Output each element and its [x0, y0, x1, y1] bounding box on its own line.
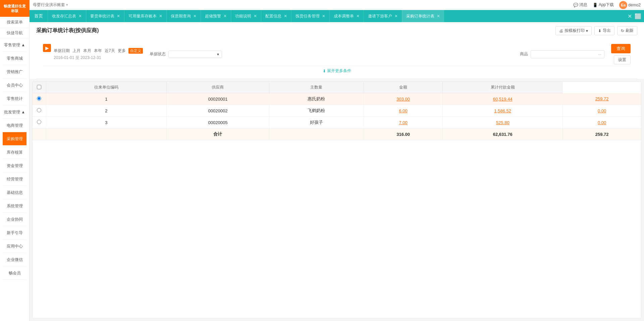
qty-link-0[interactable]: 303.00	[396, 97, 410, 102]
row-qty-2[interactable]: 7.00	[364, 117, 443, 128]
sidebar-item-label-2: 营销推广	[4, 69, 25, 75]
tab-item-3[interactable]: 可用量库存账本✕	[124, 10, 166, 22]
sidebar-item-15[interactable]: 应用中心	[3, 239, 26, 253]
row-paid-2[interactable]: 0.00	[563, 117, 641, 128]
tab-item-5[interactable]: 超储预警✕	[201, 10, 231, 22]
tab-close-7[interactable]: ✕	[284, 14, 287, 18]
sidebar-item-4[interactable]: 零售统计	[3, 92, 26, 105]
close-tab-btn[interactable]: ✕	[628, 13, 632, 19]
tab-item-8[interactable]: 拣货任务管理✕	[291, 10, 329, 22]
qty-link-1[interactable]: 6.00	[399, 108, 407, 113]
row-checkbox-1[interactable]	[33, 105, 46, 117]
sidebar-item-17[interactable]: 畅会员	[3, 266, 26, 280]
tab-close-1[interactable]: ✕	[78, 14, 82, 18]
row-no-2: 3	[46, 117, 167, 128]
row-checkbox-2[interactable]	[33, 117, 46, 128]
row-amount-2[interactable]: 525.80	[443, 117, 563, 128]
shortcut-last7[interactable]: 近7天	[105, 48, 115, 54]
row-paid-0[interactable]: 259.72	[563, 93, 641, 105]
sidebar-item-label-3: 会员中心	[4, 83, 25, 88]
paid-link-0[interactable]: 259.72	[595, 96, 609, 101]
custom-tag: 自定义	[128, 48, 143, 54]
shortcut-more[interactable]: 更多	[118, 48, 126, 54]
print-icon: 🖨	[559, 29, 563, 33]
export-button[interactable]: ⬇ 导出	[594, 26, 614, 35]
sidebar-item-12[interactable]: 系统管理	[3, 199, 26, 213]
app-download-btn[interactable]: 📱 App下载	[593, 2, 614, 8]
tab-item-2[interactable]: 要货单统计表✕	[86, 10, 124, 22]
sidebar-item-9[interactable]: 资金管理	[3, 159, 26, 172]
tab-item-9[interactable]: 成本调整单✕	[329, 10, 364, 22]
sidebar-item-3[interactable]: 会员中心	[3, 78, 26, 92]
select-all-checkbox[interactable]	[37, 85, 41, 89]
status-select[interactable]: ▾	[168, 51, 222, 58]
sidebar-item-7[interactable]: 采购管理	[3, 132, 26, 146]
sidebar-item-10[interactable]: 经营管理	[3, 172, 26, 186]
sidebar-item-0[interactable]: 零售管理 ▲	[3, 38, 26, 52]
sidebar-item-16[interactable]: 企业微信	[3, 253, 26, 266]
tab-item-11[interactable]: 采购订单统计表✕	[402, 10, 444, 22]
qty-link-2[interactable]: 7.00	[399, 120, 407, 125]
tab-close-3[interactable]: ✕	[159, 14, 162, 18]
table-scroll[interactable]: 往来单位编码供应商主数量金额累计付款金额 100020001惠氏奶粉303.00…	[33, 82, 641, 318]
user-menu[interactable]: Ea demo2	[619, 1, 641, 9]
sidebar-item-label-6: 电商管理	[4, 123, 25, 128]
tab-close-10[interactable]: ✕	[394, 14, 398, 18]
table-row[interactable]: 100020001惠氏奶粉303.0060,519.44259.72	[33, 93, 641, 105]
tab-close-2[interactable]: ✕	[117, 14, 120, 18]
query-button[interactable]: 查询	[611, 44, 631, 53]
sidebar-item-14[interactable]: 新手引导	[3, 226, 26, 239]
paid-link-1[interactable]: 0.00	[598, 108, 606, 113]
tab-home[interactable]: 首页	[30, 10, 48, 22]
tab-close-9[interactable]: ✕	[356, 14, 360, 18]
row-qty-0[interactable]: 303.00	[364, 93, 443, 105]
amount-link-0[interactable]: 60,519.44	[493, 97, 513, 102]
tab-close-8[interactable]: ✕	[322, 14, 325, 18]
amount-link-1[interactable]: 1,586.52	[494, 108, 511, 113]
sidebar-item-8[interactable]: 库存核算	[3, 146, 26, 159]
filter-toggle-btn[interactable]: ▶	[43, 44, 51, 52]
search-menu[interactable]: 搜索菜单	[0, 17, 29, 28]
settings-button[interactable]: 设置	[614, 55, 631, 64]
data-table: 往来单位编码供应商主数量金额累计付款金额 100020001惠氏奶粉303.00…	[33, 82, 641, 140]
row-amount-1[interactable]: 1,586.52	[443, 105, 563, 117]
workspace-selector[interactable]: 母婴行业演示账套 ▾	[33, 2, 570, 8]
tab-item-10[interactable]: 邀请下游客户✕	[364, 10, 402, 22]
amount-link-2[interactable]: 525.80	[496, 120, 509, 125]
sidebar-item-5[interactable]: 批发管理 ▲	[3, 105, 26, 119]
quick-nav[interactable]: 快捷导航	[0, 28, 29, 38]
goods-input[interactable]: ···	[531, 50, 604, 58]
tab-item-6[interactable]: 功能说明✕	[231, 10, 261, 22]
expand-row: ⬇ 展开更多条件	[43, 66, 631, 76]
sidebar-item-6[interactable]: 电商管理	[3, 119, 26, 132]
table-row[interactable]: 300020005好孩子7.00525.800.00	[33, 117, 641, 128]
shortcut-last-month[interactable]: 上月	[72, 48, 80, 54]
sidebar-item-11[interactable]: 基础信息	[3, 186, 26, 199]
sidebar-item-2[interactable]: 营销推广	[3, 65, 26, 78]
tab-item-4[interactable]: 保质期查询✕	[166, 10, 201, 22]
print-button[interactable]: 🖨 按模板打印 ▾	[555, 26, 592, 35]
main-area: 母婴行业演示账套 ▾ 💬 消息 📱 App下载 Ea demo2 首页收发存汇总…	[30, 0, 644, 321]
refresh-button[interactable]: ↻ 刷新	[617, 26, 637, 35]
tab-item-1[interactable]: 收发存汇总表✕	[48, 10, 86, 22]
message-btn[interactable]: 💬 消息	[573, 2, 587, 8]
shortcut-this-year[interactable]: 本年	[94, 48, 102, 54]
row-paid-1[interactable]: 0.00	[563, 105, 641, 117]
row-qty-1[interactable]: 6.00	[364, 105, 443, 117]
tab-close-11[interactable]: ✕	[437, 14, 440, 18]
tab-close-6[interactable]: ✕	[254, 14, 257, 18]
maximize-tab-btn[interactable]: ⬜	[635, 13, 641, 19]
tab-close-5[interactable]: ✕	[223, 14, 227, 18]
sidebar-item-1[interactable]: 零售商城	[3, 52, 26, 65]
sidebar-item-label-10: 经营管理	[4, 176, 25, 182]
table-row[interactable]: 200020002飞鹤奶粉6.001,586.520.00	[33, 105, 641, 117]
expand-more-btn[interactable]: ⬇ 展开更多条件	[323, 68, 351, 74]
tab-close-4[interactable]: ✕	[193, 14, 197, 18]
paid-link-2[interactable]: 0.00	[598, 120, 606, 125]
goods-label: 商品	[520, 51, 528, 57]
row-checkbox-0[interactable]	[33, 93, 46, 105]
sidebar-item-13[interactable]: 企业协同	[3, 213, 26, 226]
row-amount-0[interactable]: 60,519.44	[443, 93, 563, 105]
shortcut-this-month[interactable]: 本月	[83, 48, 91, 54]
tab-item-7[interactable]: 配置信息✕	[261, 10, 291, 22]
